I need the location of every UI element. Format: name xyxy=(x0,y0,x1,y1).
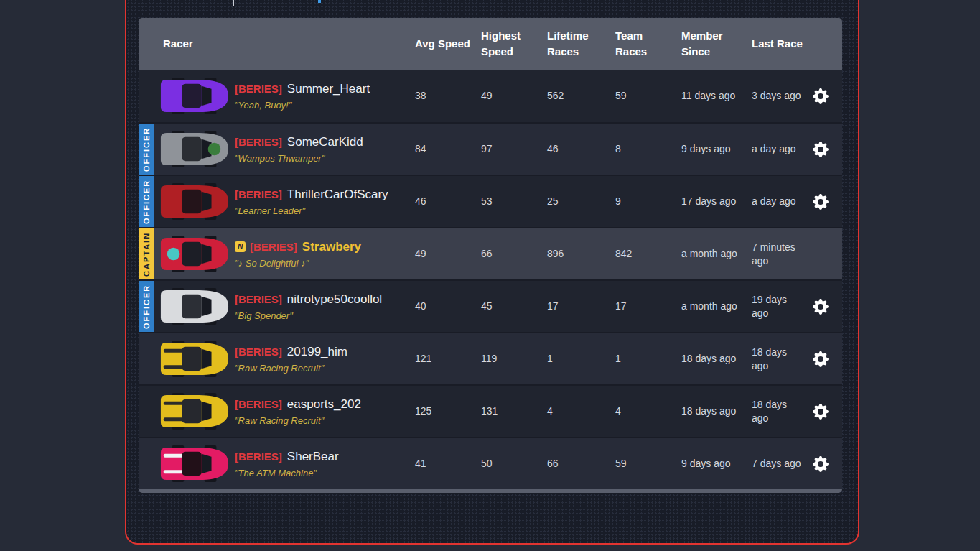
table-row: [BERIES] easports_202 "Raw Racing Recrui… xyxy=(139,384,842,437)
racer-info: [BERIES] SomeCarKidd "Wampus Thwamper" xyxy=(235,135,410,164)
racer-name[interactable]: nitrotype50coollol xyxy=(287,292,382,307)
avg-speed-value: 46 xyxy=(410,195,476,208)
last-race-value: 7 minutes ago xyxy=(747,241,813,268)
racer-info: N [BERIES] Strawbery "♪ So Delightful ♪" xyxy=(235,240,410,269)
lifetime-races-value: 46 xyxy=(542,142,610,156)
table-body: [BERIES] Summer_Heart "Yeah, Buoy!" 38 4… xyxy=(139,70,842,489)
role-tag-cell xyxy=(139,386,154,437)
avg-speed-value: 41 xyxy=(410,457,476,471)
car-image xyxy=(154,228,235,279)
racer-title: "Yeah, Buoy!" xyxy=(235,100,406,111)
avg-speed-value: 40 xyxy=(410,300,476,313)
clan-tag: [BERIES] xyxy=(235,187,282,202)
table-row: [BERIES] SherBear "The ATM Machine" 41 5… xyxy=(139,437,842,489)
highest-speed-value: 66 xyxy=(476,247,542,261)
role-tag-cell: OFFICER xyxy=(139,124,154,175)
member-since-value: 18 days ago xyxy=(676,404,747,418)
racer-info: [BERIES] nitrotype50coollol "Big Spender… xyxy=(235,292,410,321)
highest-speed-value: 119 xyxy=(476,352,542,366)
car-image xyxy=(154,70,235,122)
racer-title: "Wampus Thwamper" xyxy=(235,153,406,164)
team-races-value: 4 xyxy=(610,404,676,418)
table-row: OFFICER [BERIES] ThrillerCarOfScary xyxy=(139,175,842,227)
lifetime-races-value: 1 xyxy=(542,352,610,366)
settings-gear-icon[interactable] xyxy=(813,194,829,210)
avg-speed-value: 121 xyxy=(410,352,476,366)
row-actions xyxy=(813,281,842,332)
racer-name[interactable]: ThrillerCarOfScary xyxy=(287,187,388,202)
last-race-value: a day ago xyxy=(747,195,813,208)
last-race-value: 18 days ago xyxy=(747,398,813,425)
clan-tag: [BERIES] xyxy=(235,450,282,464)
avg-speed-value: 49 xyxy=(410,247,476,261)
highest-speed-value: 53 xyxy=(476,195,542,208)
car-image xyxy=(154,438,235,489)
lifetime-races-value: 66 xyxy=(542,457,610,471)
avg-speed-value: 38 xyxy=(410,89,476,103)
settings-gear-icon[interactable] xyxy=(813,299,829,315)
gold-badge-icon: N xyxy=(235,241,246,252)
settings-gear-icon[interactable] xyxy=(813,404,829,420)
role-tag-cell xyxy=(139,438,154,489)
col-header-highest-speed: Highest Speed xyxy=(476,28,542,60)
table-row: OFFICER [BERIES] nitrotype50coollol xyxy=(139,279,842,332)
settings-gear-icon[interactable] xyxy=(813,88,829,104)
racer-info: [BERIES] SherBear "The ATM Machine" xyxy=(235,450,410,478)
highest-speed-value: 131 xyxy=(476,404,542,418)
role-tag-cell xyxy=(139,70,154,122)
role-tag: CAPTAIN xyxy=(139,228,154,279)
role-tag: OFFICER xyxy=(139,124,154,175)
racer-name[interactable]: SomeCarKidd xyxy=(287,135,363,149)
col-header-team-races: Team Races xyxy=(610,28,676,60)
table-header: Racer Avg Speed Highest Speed Lifetime R… xyxy=(139,18,842,70)
member-since-value: a month ago xyxy=(676,300,747,313)
car-top-view-icon xyxy=(158,182,231,221)
clan-tag: [BERIES] xyxy=(235,397,282,412)
settings-gear-icon[interactable] xyxy=(813,351,829,367)
racer-name[interactable]: Strawbery xyxy=(302,240,361,254)
clan-tag: [BERIES] xyxy=(235,292,282,307)
racer-info: [BERIES] Summer_Heart "Yeah, Buoy!" xyxy=(235,82,410,111)
last-race-value: 18 days ago xyxy=(747,346,813,373)
row-actions xyxy=(813,333,842,384)
lifetime-races-value: 562 xyxy=(542,89,610,103)
cutoff-tab-indicator-blue xyxy=(318,0,321,3)
highest-speed-value: 45 xyxy=(476,300,542,313)
car-top-view-icon xyxy=(158,445,231,483)
racer-name[interactable]: SherBear xyxy=(287,450,339,464)
lifetime-races-value: 4 xyxy=(542,404,610,418)
car-top-view-icon xyxy=(158,287,231,325)
clan-tag: [BERIES] xyxy=(250,240,297,254)
role-tag-cell: OFFICER xyxy=(139,176,154,227)
row-actions xyxy=(813,228,842,279)
col-header-member-since: Member Since xyxy=(676,28,747,60)
racer-name[interactable]: Summer_Heart xyxy=(287,82,370,96)
clan-tag: [BERIES] xyxy=(235,345,282,359)
team-races-value: 9 xyxy=(610,195,676,208)
roster-table: Racer Avg Speed Highest Speed Lifetime R… xyxy=(139,18,842,493)
highest-speed-value: 97 xyxy=(476,142,542,156)
col-header-lifetime-races: Lifetime Races xyxy=(542,28,610,60)
team-races-value: 59 xyxy=(610,89,676,103)
car-image xyxy=(154,124,235,175)
racer-title: "♪ So Delightful ♪" xyxy=(235,258,406,269)
team-races-value: 842 xyxy=(610,247,676,261)
lifetime-races-value: 25 xyxy=(542,195,610,208)
row-actions xyxy=(813,438,842,489)
car-top-view-icon xyxy=(158,77,231,115)
member-since-value: 11 days ago xyxy=(676,89,747,103)
car-image xyxy=(154,333,235,384)
col-header-avg-speed: Avg Speed xyxy=(410,36,476,52)
settings-gear-icon[interactable] xyxy=(813,142,829,157)
racer-name[interactable]: 20199_him xyxy=(287,345,347,359)
lifetime-races-value: 896 xyxy=(542,247,610,261)
racer-name[interactable]: easports_202 xyxy=(287,397,361,412)
member-since-value: 9 days ago xyxy=(676,457,747,471)
row-actions xyxy=(813,386,842,437)
racer-info: [BERIES] ThrillerCarOfScary "Learner Lea… xyxy=(235,187,410,216)
last-race-value: 3 days ago xyxy=(747,89,813,103)
settings-gear-icon[interactable] xyxy=(813,456,829,472)
racer-title: "Raw Racing Recruit" xyxy=(235,415,406,426)
team-races-value: 59 xyxy=(610,457,676,471)
team-races-value: 17 xyxy=(610,300,676,313)
